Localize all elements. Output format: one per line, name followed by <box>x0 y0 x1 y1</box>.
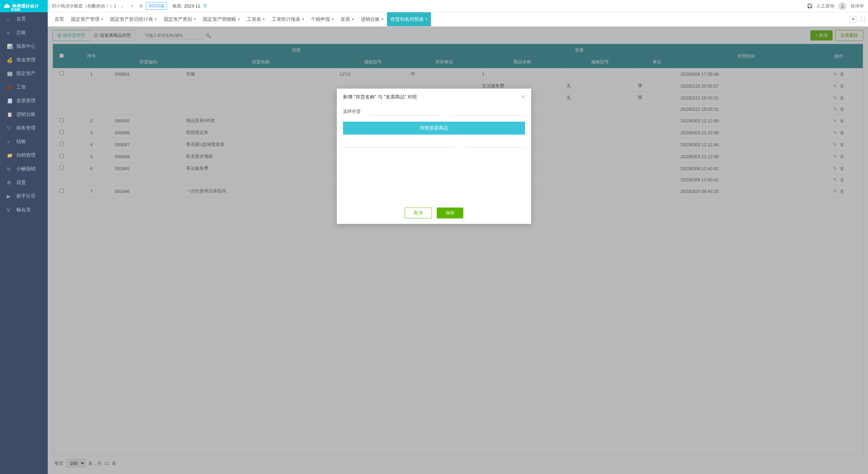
sidebar-item[interactable]: 📋进销台账 <box>0 108 48 121</box>
nav-icon: 💼 <box>7 85 12 90</box>
nav-label: 固定资产 <box>16 71 35 77</box>
tab[interactable]: 固定资产折旧统计表× <box>107 12 160 26</box>
sidebar-item[interactable]: 🛡税务管理 <box>0 121 48 135</box>
switch-old-button[interactable]: 切到旧版 <box>146 2 167 10</box>
tab-close-icon[interactable]: × <box>381 17 384 22</box>
account-name[interactable]: 刘小艳演示账套（勿删勿动！）1 <box>52 3 116 9</box>
nav-label: 首页 <box>16 16 26 22</box>
tab[interactable]: 进销台账× <box>357 12 387 26</box>
logo: 畅捷通好会计 专业版 <box>0 0 48 12</box>
sidebar-item[interactable]: ⌂首页 <box>0 12 48 26</box>
nav-label: 进销台账 <box>16 111 35 118</box>
period-value[interactable]: 2023-11 <box>184 3 200 9</box>
tab[interactable]: 工资统计报表× <box>268 12 308 26</box>
tab[interactable]: 工资表× <box>243 12 268 26</box>
tab[interactable]: 固定资产类别× <box>160 12 199 26</box>
tab[interactable]: 固定资产明细账× <box>199 12 243 26</box>
sidebar-item[interactable]: ≡总账 <box>0 26 48 40</box>
nav-icon: 💰 <box>7 57 12 63</box>
sidebar-item[interactable]: 📊报表中心 <box>0 40 48 53</box>
tab[interactable]: 首页 <box>51 12 68 26</box>
tab-close-icon[interactable]: × <box>154 17 157 22</box>
nav-icon: ≡ <box>7 30 12 35</box>
avatar[interactable] <box>838 2 847 10</box>
nav-label: 畅会员 <box>16 207 31 213</box>
select-inventory-label: 选择存货 <box>343 108 361 114</box>
modal-close-icon[interactable]: × <box>521 93 525 101</box>
settings-icon[interactable]: ⚙ <box>139 3 143 9</box>
tab[interactable]: 固定资产管理× <box>68 12 107 26</box>
sidebar-item[interactable]: 💼工资 <box>0 80 48 94</box>
sidebar: 畅捷通好会计 专业版 ⌂首页≡总账📊报表中心💰资金管理🏢固定资产💼工资🧾发票管理… <box>0 0 48 474</box>
nav-icon: 🛡 <box>7 125 12 131</box>
sidebar-item[interactable]: ⚙设置 <box>0 176 48 189</box>
fullscreen-icon[interactable]: ⛶ <box>859 16 866 23</box>
tab-close-icon[interactable]: × <box>238 17 240 22</box>
select-inventory-input[interactable] <box>369 107 443 116</box>
tab-close-icon[interactable]: × <box>331 17 334 22</box>
tab-label: 固定资产折旧统计表 <box>110 16 153 22</box>
tab-label: 存货别名对照表 <box>390 16 424 22</box>
nav-label: 报表中心 <box>16 43 35 49</box>
sidebar-item[interactable]: ✓结账 <box>0 135 48 149</box>
nav-icon: 🏢 <box>7 71 12 76</box>
nav-icon: ⚙ <box>7 180 12 185</box>
tab-label: 工资统计报表 <box>272 16 300 22</box>
sidebar-item[interactable]: ↻小畅报销 <box>0 162 48 176</box>
header: 刘小艳演示账套（勿删勿动！）1 ⌄ + ⚙ 切到旧版 账期 2023-11 🗓 … <box>48 0 868 12</box>
tab-close-icon[interactable]: × <box>263 17 265 22</box>
sidebar-item[interactable]: ▶新手引导 <box>0 189 48 203</box>
svg-point-0 <box>842 4 843 6</box>
sidebar-item[interactable]: 📁归档管理 <box>0 149 48 162</box>
nav-icon: ⌂ <box>7 16 12 22</box>
nav-icon: V <box>7 207 12 213</box>
nav-label: 税务管理 <box>16 125 35 131</box>
sidebar-item[interactable]: V畅会员 <box>0 203 48 217</box>
nav-label: 发票管理 <box>16 98 35 104</box>
tab-label: 固定资产明细账 <box>203 16 236 22</box>
tab-label: 进销台账 <box>361 16 380 22</box>
nav-label: 设置 <box>16 180 26 186</box>
tab-close-icon[interactable]: × <box>101 17 103 22</box>
nav-icon: ↻ <box>7 166 12 172</box>
modal-title: 新增 "存货名称" 与 "发票商品" 对照 <box>343 94 417 100</box>
nav-icon: 📋 <box>7 112 12 117</box>
nav-label: 小畅报销 <box>16 166 35 172</box>
calendar-icon[interactable]: 🗓 <box>203 3 208 9</box>
nav-label: 总账 <box>16 30 26 36</box>
tab[interactable]: 存货别名对照表× <box>387 12 431 26</box>
nav-icon: 🧾 <box>7 98 12 104</box>
save-button[interactable]: 保存 <box>437 208 463 218</box>
tab-close-icon[interactable]: × <box>194 17 196 22</box>
nav-label: 工资 <box>16 84 26 90</box>
tab-close-icon[interactable]: × <box>302 17 304 22</box>
add-icon[interactable]: + <box>131 3 134 9</box>
nav-icon: ▶ <box>7 194 12 199</box>
period-label: 账期 <box>173 3 181 9</box>
select-inventory-input-2[interactable] <box>451 107 525 116</box>
tab-label: 工资表 <box>247 16 261 22</box>
add-mapping-modal: 新增 "存货名称" 与 "发票商品" 对照 × 选择存货 对照发票商品 取消 保… <box>337 89 531 224</box>
mapping-field-1[interactable] <box>344 139 455 148</box>
account-dropdown-icon[interactable]: ⌄ <box>120 3 124 9</box>
brand-edition: 专业版 <box>11 7 20 12</box>
cancel-button[interactable]: 取消 <box>405 208 432 218</box>
nav-label: 结账 <box>16 139 26 145</box>
sidebar-item[interactable]: 💰资金管理 <box>0 53 48 67</box>
tab-bar: 首页固定资产管理×固定资产折旧统计表×固定资产类别×固定资产明细账×工资表×工资… <box>48 12 868 27</box>
nav-label: 新手引导 <box>16 193 35 199</box>
headset-icon[interactable]: 🎧 <box>807 3 812 9</box>
match-invoice-goods-button[interactable]: 对照发票商品 <box>343 122 525 135</box>
sidebar-item[interactable]: 🏢固定资产 <box>0 67 48 80</box>
mapping-field-2[interactable] <box>465 139 524 148</box>
sidebar-item[interactable]: 🧾发票管理 <box>0 94 48 108</box>
close-all-tabs-icon[interactable]: ✕ <box>850 16 856 23</box>
tab-close-icon[interactable]: × <box>425 17 428 22</box>
consult-link[interactable]: 人工咨询 <box>817 3 834 9</box>
user-name[interactable]: 徐泽华 <box>851 3 864 9</box>
tab[interactable]: 发票× <box>337 12 357 26</box>
tab-close-icon[interactable]: × <box>351 17 354 22</box>
nav-icon: ✓ <box>7 139 12 144</box>
tab[interactable]: 个税申报× <box>308 12 337 26</box>
tab-label: 固定资产类别 <box>164 16 192 22</box>
